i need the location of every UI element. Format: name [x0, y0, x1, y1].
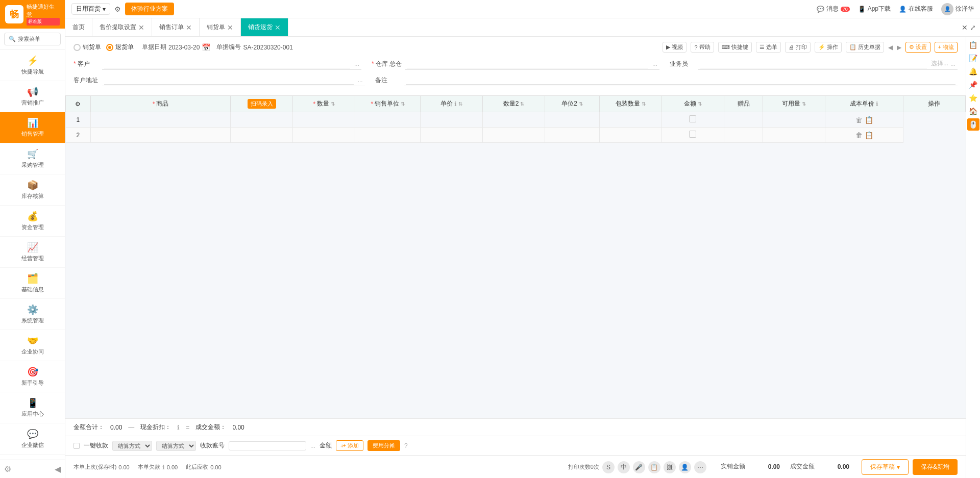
toolbar-icon-3[interactable]: 🎤 — [633, 461, 645, 473]
user-profile[interactable]: 👤 徐泽华 — [941, 3, 974, 15]
app-download-button[interactable]: 📱 App下载 — [858, 5, 891, 13]
info-icon[interactable]: ℹ — [876, 100, 878, 108]
sidebar-item-purchase[interactable]: 🛒 采购管理 — [0, 143, 65, 174]
tab-sales-return[interactable]: 销货退货 ✕ — [241, 18, 288, 37]
right-panel-icon-4[interactable]: 📌 — [967, 79, 979, 91]
help-icon[interactable]: ? — [404, 442, 408, 449]
tab-home[interactable]: 首页 — [65, 18, 92, 37]
tab-sales-order[interactable]: 销售订单 ✕ — [152, 18, 200, 37]
scan-button[interactable]: 扫码录入 — [248, 99, 276, 109]
right-panel-icon-1[interactable]: 📋 — [967, 39, 979, 51]
sidebar-item-member[interactable]: 👑 畅会员 — [0, 455, 65, 460]
tab-close-icon[interactable]: ✕ — [275, 23, 281, 32]
address-text-input[interactable] — [104, 75, 354, 85]
info-icon[interactable]: ℹ — [454, 100, 457, 108]
account-no-input[interactable] — [229, 441, 306, 450]
cell-qty2[interactable] — [421, 112, 483, 128]
cell-available[interactable] — [724, 128, 763, 143]
gift-checkbox[interactable] — [689, 115, 696, 122]
cell-pack-qty[interactable] — [545, 128, 600, 143]
address-input[interactable]: ... — [102, 74, 365, 86]
nav-next-icon[interactable]: ▶ — [897, 44, 901, 51]
salesperson-input[interactable]: 选择... ... — [698, 58, 958, 70]
video-button[interactable]: ▶ 视频 — [663, 42, 687, 53]
cell-sales-unit[interactable] — [293, 112, 355, 128]
warehouse-text-input[interactable] — [407, 59, 648, 68]
help-button[interactable]: ? 帮助 — [691, 42, 714, 53]
cell-price[interactable] — [355, 112, 421, 128]
shortcut-key-button[interactable]: ⌨ 快捷键 — [718, 42, 752, 53]
customer-text-input[interactable] — [104, 59, 350, 68]
cell-gift[interactable] — [662, 128, 724, 143]
copy-row-icon[interactable]: 📋 — [865, 116, 873, 124]
toolbar-icon-7[interactable]: ⋯ — [694, 461, 706, 473]
sidebar-item-system[interactable]: ⚙️ 系统管理 — [0, 299, 65, 330]
delete-row-icon[interactable]: 🗑 — [855, 116, 863, 124]
operation-button[interactable]: ⚡ 操作 — [815, 42, 842, 53]
sidebar-collapse-button[interactable]: ◀ — [55, 464, 61, 474]
toolbar-icon-2[interactable]: 中 — [618, 461, 630, 473]
tab-price-setting[interactable]: 售价提取设置 ✕ — [92, 18, 152, 37]
toolbar-icon-6[interactable]: 👤 — [679, 461, 691, 473]
sidebar-item-newbie[interactable]: 🎯 新手引导 — [0, 361, 65, 392]
right-panel-icon-5[interactable]: ⭐ — [967, 92, 979, 104]
copy-row-icon[interactable]: 📋 — [865, 131, 873, 139]
right-panel-icon-6[interactable]: 🏠 — [967, 105, 979, 117]
calendar-icon[interactable]: 📅 — [202, 43, 210, 52]
one-click-payment-checkbox[interactable] — [74, 443, 80, 449]
select-doc-button[interactable]: ☰ 选单 — [756, 42, 781, 53]
cell-qty[interactable] — [231, 128, 293, 143]
cell-sales-unit[interactable] — [293, 128, 355, 143]
add-button[interactable]: + + 添加 — [336, 440, 363, 451]
sort-icon[interactable]: ⇅ — [698, 101, 702, 107]
collect-method-select[interactable]: 结算方式 — [156, 441, 196, 451]
add-logistics-button[interactable]: + 物流 — [935, 42, 958, 53]
cell-amount[interactable] — [599, 112, 662, 128]
sidebar-item-shortcut[interactable]: ⚡ 快捷导航 — [0, 50, 65, 81]
cell-available[interactable] — [724, 112, 763, 128]
cell-unit2[interactable] — [483, 128, 545, 143]
gear-icon[interactable]: ⚙ — [114, 5, 121, 13]
save-draft-button[interactable]: 保存草稿 ▾ — [862, 459, 909, 475]
cell-qty[interactable] — [231, 112, 293, 128]
gift-checkbox[interactable] — [689, 131, 696, 138]
sort-icon[interactable]: ⇅ — [520, 101, 524, 107]
sort-icon[interactable]: ⇅ — [331, 101, 335, 107]
sort-icon[interactable]: ⇅ — [458, 101, 462, 107]
radio-sales-return[interactable]: 退货单 — [106, 43, 134, 52]
close-tab-button[interactable]: ✕ — [962, 23, 968, 32]
tab-sales-delivery[interactable]: 销货单 ✕ — [200, 18, 241, 37]
sidebar-item-operations[interactable]: 📈 经营管理 — [0, 237, 65, 268]
radio-sales-delivery[interactable]: 销货单 — [74, 43, 101, 52]
cell-pack-qty[interactable] — [545, 112, 600, 128]
sort-icon[interactable]: ⇅ — [401, 101, 405, 107]
cell-product[interactable] — [90, 112, 231, 128]
cell-gift[interactable] — [662, 112, 724, 128]
customer-input[interactable]: ... — [102, 58, 361, 70]
maximize-tab-button[interactable]: ⤢ — [970, 23, 976, 32]
right-panel-icon-2[interactable]: 📝 — [967, 52, 979, 64]
sidebar-item-enterprise[interactable]: 🤝 企业协同 — [0, 330, 65, 361]
sidebar-item-basic[interactable]: 🗂️ 基础信息 — [0, 268, 65, 299]
delete-row-icon[interactable]: 🗑 — [855, 131, 863, 139]
sidebar-item-finance[interactable]: 💰 资金管理 — [0, 206, 65, 237]
settings-button[interactable]: ⚙ 设置 — [905, 42, 930, 53]
sort-icon[interactable]: ⇅ — [642, 101, 646, 107]
tab-close-icon[interactable]: ✕ — [227, 23, 233, 32]
toolbar-icon-4[interactable]: 📋 — [648, 461, 660, 473]
right-panel-icon-3[interactable]: 🔔 — [967, 65, 979, 78]
discount-info-icon[interactable]: ℹ — [177, 424, 180, 431]
col-settings[interactable]: ⚙ — [66, 96, 91, 112]
nav-prev-icon[interactable]: ◀ — [888, 44, 893, 51]
expense-split-button[interactable]: 费用分摊 — [368, 440, 400, 451]
sidebar-item-marketing[interactable]: 📢 营销推广 — [0, 81, 65, 112]
tab-close-icon[interactable]: ✕ — [138, 23, 144, 32]
save-new-button[interactable]: 保存&新增 — [913, 459, 958, 475]
cell-unit2[interactable] — [483, 112, 545, 128]
search-menu-button[interactable]: 🔍 搜索菜单 — [4, 33, 61, 45]
right-panel-icon-7[interactable]: 🖱️ — [967, 118, 979, 131]
cell-qty2[interactable] — [421, 128, 483, 143]
toolbar-icon-5[interactable]: 🖼 — [664, 461, 676, 473]
sort-icon[interactable]: ⇅ — [802, 101, 806, 107]
notification-button[interactable]: 💬 消息 70 — [817, 5, 850, 13]
